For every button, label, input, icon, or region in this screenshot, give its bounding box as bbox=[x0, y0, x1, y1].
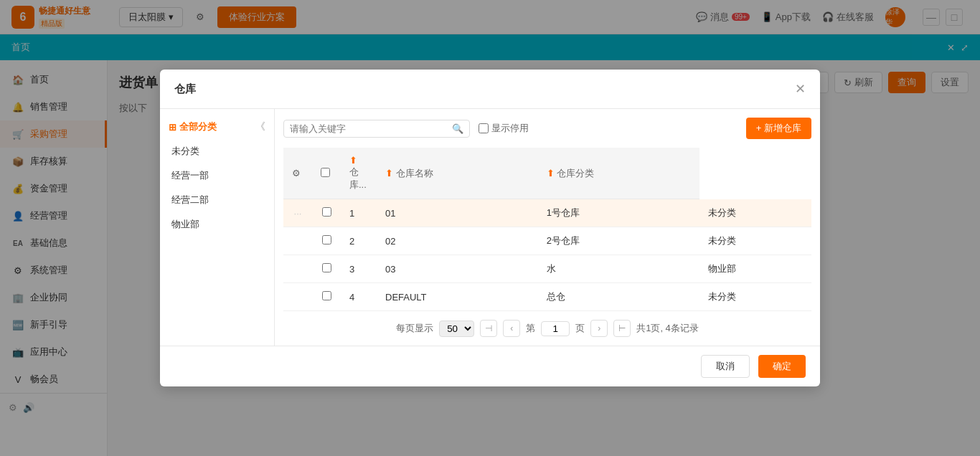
pagination: 每页显示 50 ⊣ ‹ 第 页 › ⊢ 共1页, 4条记录 bbox=[283, 320, 811, 337]
table-row[interactable]: 2 02 2号仓库 未分类 bbox=[283, 227, 811, 255]
add-warehouse-button[interactable]: + 新增仓库 bbox=[746, 118, 811, 139]
category-item-0[interactable]: 未分类 bbox=[160, 139, 274, 163]
table-header: ⚙ ⬆ 仓库... ⬆ 仓库名称 bbox=[283, 148, 811, 199]
search-input[interactable] bbox=[290, 123, 452, 134]
th-checkbox[interactable] bbox=[312, 148, 341, 199]
sort-icon-cat: ⬆ bbox=[547, 168, 555, 179]
th-name: ⬆ 仓库名称 bbox=[377, 148, 538, 199]
sort-icon-name: ⬆ bbox=[385, 168, 393, 179]
search-wrap: 🔍 bbox=[283, 120, 470, 138]
category-panel: ⊞ 全部分类 《 未分类 经营一部 经营二部 物业部 bbox=[160, 109, 275, 346]
search-icon[interactable]: 🔍 bbox=[452, 123, 463, 134]
modal-footer: 取消 确定 bbox=[160, 346, 820, 386]
category-item-2[interactable]: 经营二部 bbox=[160, 188, 274, 212]
category-item-3[interactable]: 物业部 bbox=[160, 212, 274, 237]
row-code: 01 bbox=[377, 199, 538, 227]
row-code: DEFAULT bbox=[377, 283, 538, 311]
row-category: 未分类 bbox=[699, 227, 811, 255]
table-settings-icon[interactable]: ⚙ bbox=[292, 168, 301, 179]
row-actions bbox=[283, 227, 312, 255]
collapse-button[interactable]: 《 bbox=[255, 120, 265, 133]
table-row[interactable]: 4 DEFAULT 总仓 未分类 bbox=[283, 283, 811, 311]
row-checkbox[interactable] bbox=[312, 227, 341, 255]
sort-icon: ⬆ bbox=[349, 155, 357, 166]
row-actions: ··· bbox=[283, 199, 312, 227]
row-num: 2 bbox=[341, 227, 377, 255]
row-num: 3 bbox=[341, 255, 377, 283]
table-panel: 🔍 显示停用 + 新增仓库 ⚙ bbox=[275, 109, 820, 346]
row-actions bbox=[283, 283, 312, 311]
row-code: 03 bbox=[377, 255, 538, 283]
th-category: ⬆ 仓库分类 bbox=[538, 148, 699, 199]
row-checkbox[interactable] bbox=[312, 199, 341, 227]
category-item-1[interactable]: 经营一部 bbox=[160, 163, 274, 188]
row-category: 物业部 bbox=[699, 255, 811, 283]
warehouse-modal: 仓库 ✕ ⊞ 全部分类 《 未分类 经营一部 经营二部 物业部 bbox=[160, 70, 820, 386]
modal-header: 仓库 ✕ bbox=[160, 70, 820, 109]
next-page-button[interactable]: › bbox=[590, 320, 608, 337]
row-num: 4 bbox=[341, 283, 377, 311]
row-name: 总仓 bbox=[538, 283, 699, 311]
th-settings[interactable]: ⚙ bbox=[283, 148, 312, 199]
confirm-button[interactable]: 确定 bbox=[758, 355, 806, 378]
row-name: 2号仓库 bbox=[538, 227, 699, 255]
table-row[interactable]: ··· 1 01 1号仓库 未分类 bbox=[283, 199, 811, 227]
prev-page-button[interactable]: ‹ bbox=[503, 320, 520, 337]
row-actions bbox=[283, 255, 312, 283]
table-row[interactable]: 3 03 水 物业部 bbox=[283, 255, 811, 283]
page-size-select[interactable]: 50 bbox=[439, 320, 474, 337]
table-body: ··· 1 01 1号仓库 未分类 2 02 2号仓库 未分类 bbox=[283, 199, 811, 311]
warehouse-table: ⚙ ⬆ 仓库... ⬆ 仓库名称 bbox=[283, 148, 811, 311]
show-disabled-label: 显示停用 bbox=[479, 122, 529, 135]
first-page-button[interactable]: ⊣ bbox=[480, 320, 497, 337]
last-page-button[interactable]: ⊢ bbox=[613, 320, 631, 337]
page-number-input[interactable] bbox=[541, 321, 570, 336]
modal-toolbar: 🔍 显示停用 + 新增仓库 bbox=[283, 118, 811, 139]
modal-close-button[interactable]: ✕ bbox=[795, 81, 806, 97]
row-category: 未分类 bbox=[699, 199, 811, 227]
row-num: 1 bbox=[341, 199, 377, 227]
row-checkbox[interactable] bbox=[312, 283, 341, 311]
row-name: 1号仓库 bbox=[538, 199, 699, 227]
modal-title: 仓库 bbox=[174, 82, 196, 96]
category-title: ⊞ 全部分类 bbox=[169, 120, 217, 133]
row-category: 未分类 bbox=[699, 283, 811, 311]
cancel-button[interactable]: 取消 bbox=[701, 355, 750, 378]
th-num: ⬆ 仓库... bbox=[341, 148, 377, 199]
row-checkbox[interactable] bbox=[312, 255, 341, 283]
modal-body: ⊞ 全部分类 《 未分类 经营一部 经营二部 物业部 🔍 bbox=[160, 109, 820, 346]
row-code: 02 bbox=[377, 227, 538, 255]
show-disabled-checkbox[interactable] bbox=[479, 123, 489, 133]
modal-overlay[interactable]: 仓库 ✕ ⊞ 全部分类 《 未分类 经营一部 经营二部 物业部 bbox=[0, 0, 980, 456]
select-all-checkbox[interactable] bbox=[321, 168, 330, 177]
row-name: 水 bbox=[538, 255, 699, 283]
category-header: ⊞ 全部分类 《 bbox=[160, 115, 274, 139]
